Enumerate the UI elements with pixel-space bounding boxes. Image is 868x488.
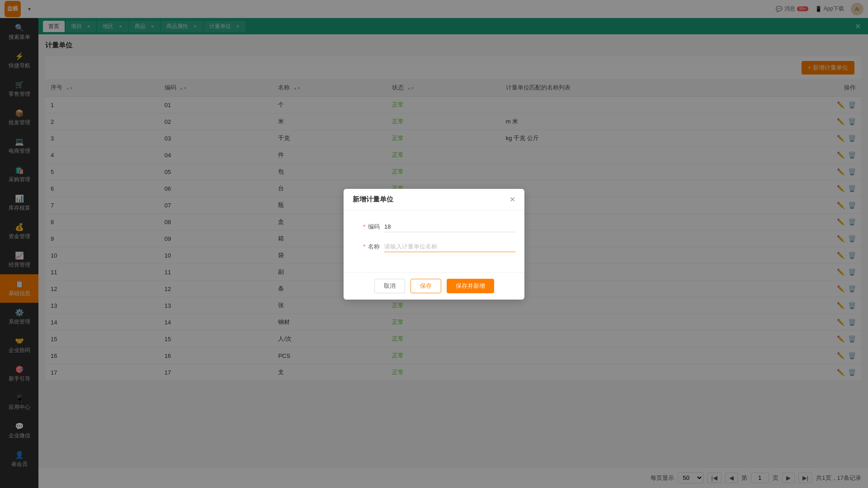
form-row-name: * 名称 (353, 241, 515, 252)
modal-overlay[interactable]: 新增计量单位 ✕ * 编码 * 名称 取消 保存 保存并新增 (0, 0, 868, 488)
modal-footer: 取消 保存 保存并新增 (344, 272, 524, 300)
required-mark-code: * (363, 223, 365, 230)
code-input[interactable] (384, 221, 515, 232)
modal-body: * 编码 * 名称 (344, 211, 524, 272)
name-input[interactable] (384, 241, 515, 252)
modal-header: 新增计量单位 ✕ (344, 189, 524, 211)
add-unit-modal: 新增计量单位 ✕ * 编码 * 名称 取消 保存 保存并新增 (344, 189, 524, 300)
name-label: * 名称 (353, 243, 380, 251)
modal-title: 新增计量单位 (353, 195, 393, 204)
save-button[interactable]: 保存 (410, 279, 441, 293)
modal-close-button[interactable]: ✕ (509, 195, 515, 204)
cancel-button[interactable]: 取消 (374, 279, 405, 293)
code-label: * 编码 (353, 223, 380, 231)
required-mark-name: * (363, 243, 365, 250)
form-row-code: * 编码 (353, 221, 515, 232)
save-and-new-button[interactable]: 保存并新增 (447, 279, 494, 293)
